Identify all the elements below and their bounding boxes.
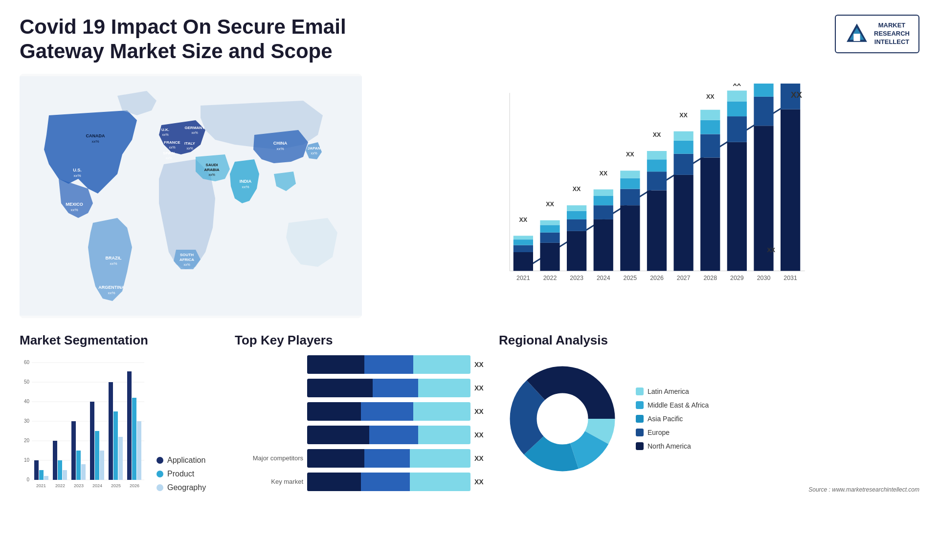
svg-rect-72 bbox=[647, 159, 667, 172]
svg-rect-140 bbox=[137, 421, 141, 480]
logo-icon bbox=[845, 22, 869, 46]
svg-text:XX: XX bbox=[573, 186, 581, 193]
logo: MARKET RESEARCH INTELLECT bbox=[835, 15, 919, 53]
svg-text:INDIA: INDIA bbox=[240, 179, 252, 184]
bar-chart-container: XX 2021 XX 2022 XX 2023 bbox=[372, 74, 919, 318]
svg-text:20: 20 bbox=[24, 438, 30, 443]
svg-text:FRANCE: FRANCE bbox=[164, 140, 180, 145]
svg-rect-135 bbox=[113, 411, 118, 480]
bar-seg2 bbox=[361, 473, 410, 491]
svg-rect-136 bbox=[118, 437, 123, 480]
asia-pacific-dot bbox=[636, 415, 644, 423]
svg-rect-122 bbox=[53, 441, 57, 480]
svg-rect-60 bbox=[594, 196, 613, 205]
svg-text:ARABIA: ARABIA bbox=[204, 168, 219, 172]
svg-text:MEXICO: MEXICO bbox=[66, 202, 83, 207]
svg-rect-83 bbox=[700, 134, 720, 157]
svg-rect-47 bbox=[540, 233, 559, 243]
svg-rect-40 bbox=[514, 252, 533, 271]
legend-north-america: North America bbox=[636, 442, 709, 450]
svg-rect-42 bbox=[514, 239, 533, 245]
svg-text:xx%: xx% bbox=[276, 147, 284, 151]
svg-text:2026: 2026 bbox=[650, 275, 664, 281]
svg-rect-118 bbox=[34, 460, 39, 480]
svg-text:2022: 2022 bbox=[55, 483, 65, 488]
svg-rect-76 bbox=[674, 175, 693, 271]
player-label-5: Major competitors bbox=[235, 454, 303, 462]
svg-text:XX: XX bbox=[653, 131, 661, 138]
svg-rect-88 bbox=[727, 142, 747, 271]
svg-text:2027: 2027 bbox=[677, 275, 691, 281]
player-track-4 bbox=[307, 426, 470, 444]
bar-seg3 bbox=[418, 426, 470, 444]
svg-text:SAUDI: SAUDI bbox=[206, 163, 218, 167]
svg-rect-84 bbox=[700, 120, 720, 134]
north-america-label: North America bbox=[648, 442, 691, 450]
map-container: CANADA xx% U.S. xx% MEXICO xx% BRAZIL xx… bbox=[20, 74, 362, 318]
player-xx-5: XX bbox=[474, 454, 489, 462]
legend-middle-east-africa: Middle East & Africa bbox=[636, 401, 709, 409]
player-xx-6: XX bbox=[474, 478, 489, 486]
player-track-5 bbox=[307, 449, 470, 468]
svg-text:2024: 2024 bbox=[597, 275, 610, 281]
bar-seg3 bbox=[410, 473, 470, 491]
svg-rect-79 bbox=[674, 131, 693, 141]
svg-text:ITALY: ITALY bbox=[184, 141, 195, 146]
svg-rect-43 bbox=[514, 236, 533, 239]
svg-text:10: 10 bbox=[24, 457, 30, 463]
seg-chart-area: 0 10 20 30 40 50 60 bbox=[20, 355, 225, 492]
svg-text:xx%: xx% bbox=[208, 173, 215, 176]
player-row-3: XX bbox=[235, 402, 489, 421]
application-label: Application bbox=[167, 456, 205, 465]
player-row-1: XX bbox=[235, 355, 489, 374]
svg-rect-126 bbox=[71, 421, 76, 480]
application-dot bbox=[156, 457, 163, 464]
svg-text:XX: XX bbox=[679, 112, 688, 119]
legend-geography: Geography bbox=[156, 483, 206, 492]
svg-text:2023: 2023 bbox=[570, 275, 583, 281]
svg-text:0: 0 bbox=[26, 477, 29, 482]
svg-text:30: 30 bbox=[24, 418, 30, 424]
svg-text:xx%: xx% bbox=[110, 261, 117, 266]
svg-text:SPAIN: SPAIN bbox=[163, 151, 175, 155]
svg-text:XX: XX bbox=[791, 90, 803, 100]
players-chart: XX XX bbox=[235, 355, 489, 491]
player-xx-2: XX bbox=[474, 384, 489, 392]
svg-rect-134 bbox=[109, 382, 113, 480]
segmentation-section: Market Segmentation 0 10 20 30 40 50 60 bbox=[20, 333, 225, 518]
svg-text:2022: 2022 bbox=[543, 275, 557, 281]
product-label: Product bbox=[167, 470, 194, 478]
svg-text:xx%: xx% bbox=[191, 131, 198, 134]
svg-rect-90 bbox=[727, 101, 747, 116]
svg-rect-70 bbox=[647, 190, 667, 271]
svg-rect-78 bbox=[674, 141, 693, 154]
key-players-title: Top Key Players bbox=[235, 333, 489, 348]
svg-rect-49 bbox=[540, 220, 559, 225]
player-label-6: Key market bbox=[235, 478, 303, 485]
player-track-1 bbox=[307, 355, 470, 374]
legend-europe: Europe bbox=[636, 429, 709, 436]
svg-rect-66 bbox=[620, 178, 640, 189]
svg-text:xx%: xx% bbox=[311, 151, 317, 155]
regional-legend: Latin America Middle East & Africa Asia … bbox=[636, 388, 709, 450]
geography-dot bbox=[156, 484, 163, 491]
donut-chart-svg bbox=[499, 355, 626, 482]
bar-seg1 bbox=[307, 449, 364, 468]
header: Covid 19 Impact On Secure Email Gateway … bbox=[20, 15, 919, 64]
svg-rect-91 bbox=[727, 90, 747, 101]
world-map-svg: CANADA xx% U.S. xx% MEXICO xx% BRAZIL xx… bbox=[20, 74, 362, 318]
svg-point-147 bbox=[537, 393, 588, 444]
bar-seg3 bbox=[418, 379, 470, 397]
svg-rect-48 bbox=[540, 225, 559, 232]
north-america-dot bbox=[636, 442, 644, 450]
svg-rect-52 bbox=[567, 231, 586, 271]
svg-text:xx%: xx% bbox=[108, 291, 115, 295]
svg-text:40: 40 bbox=[24, 399, 30, 404]
svg-rect-71 bbox=[647, 172, 667, 190]
bar-seg2 bbox=[369, 426, 418, 444]
svg-text:xx%: xx% bbox=[73, 173, 81, 178]
player-row-4: XX bbox=[235, 426, 489, 444]
page-container: Covid 19 Impact On Secure Email Gateway … bbox=[0, 0, 939, 560]
bar-seg3 bbox=[413, 355, 470, 374]
player-xx-4: XX bbox=[474, 431, 489, 439]
